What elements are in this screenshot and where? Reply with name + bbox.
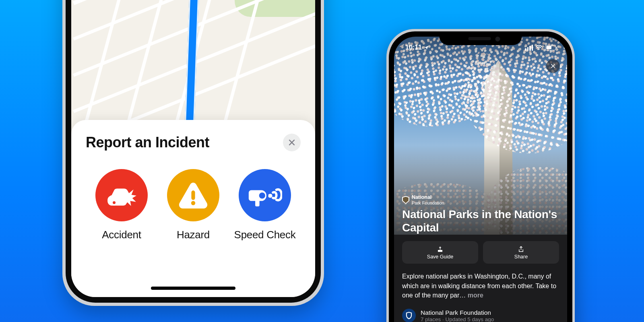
svg-point-3 [191,201,195,205]
more-link[interactable]: more [468,292,483,299]
npf-badge: National Park Foundation [402,194,559,205]
phone-left-screen: Report an Incident [71,0,315,297]
location-arrow-icon [424,45,429,50]
save-guide-label: Save Guide [427,254,453,260]
save-guide-button[interactable]: Save Guide [402,241,478,264]
close-icon [550,63,556,69]
status-bar: 10:11 [394,41,567,54]
guide-title: National Parks in the Nation's Capital [402,208,559,234]
wifi-icon [535,45,543,50]
source-meta: 7 places · Updated 5 days ago [421,316,494,322]
status-time: 10:11 [405,44,422,51]
share-label: Share [514,254,528,260]
close-button[interactable] [283,134,301,151]
svg-point-5 [259,192,265,198]
incident-label: Speed Check [234,229,296,241]
save-icon [436,246,444,253]
shield-icon [405,312,413,320]
home-indicator[interactable] [151,287,235,290]
speed-check-icon [239,169,291,221]
guide-header-overlay: National Park Foundation National Parks … [394,194,567,234]
incident-hazard[interactable]: Hazard [159,169,227,241]
close-icon [288,138,296,147]
cellular-signal-icon [525,45,533,51]
phone-right: 10:11 National Park Foundation [386,29,575,322]
phone-left-bezel: Report an Incident [66,0,321,303]
npf-line1: National [412,194,431,200]
source-name: National Park Foundation [421,309,494,316]
guide-source[interactable]: National Park Foundation 7 places · Upda… [402,309,559,322]
phone-right-bezel: 10:11 National Park Foundation [389,31,572,322]
battery-icon [545,45,556,50]
accident-icon [95,169,148,221]
incident-accident[interactable]: Accident [87,169,156,241]
close-button[interactable] [546,59,560,73]
hazard-icon [167,169,219,221]
guide-detail-panel: Save Guide Share Explore national parks … [394,235,567,322]
guide-description: Explore national parks in Washington, D.… [402,272,559,300]
phone-right-screen: 10:11 National Park Foundation [394,37,567,322]
svg-rect-4 [255,200,260,206]
report-incident-sheet: Report an Incident [71,120,315,297]
shield-icon [402,196,409,204]
svg-point-1 [113,201,116,204]
phone-left: Report an Incident [62,0,324,306]
incident-speed-check[interactable]: Speed Check [231,169,299,241]
incident-label: Hazard [177,229,210,241]
incident-label: Accident [102,229,141,241]
share-button[interactable]: Share [483,241,559,264]
source-badge [402,309,416,322]
share-icon [517,246,525,253]
sheet-title: Report an Incident [86,134,209,151]
svg-rect-2 [191,190,195,200]
incident-options: Accident Hazard [86,169,301,241]
npf-line2: Park Foundation [412,200,444,206]
